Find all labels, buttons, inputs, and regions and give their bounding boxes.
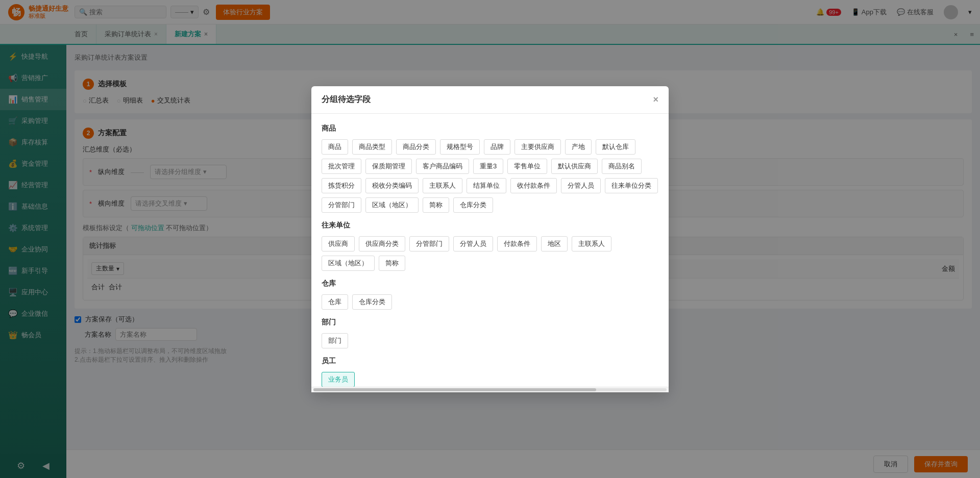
field-tag-0-4[interactable]: 品牌 (484, 139, 510, 155)
field-tag-0-1[interactable]: 商品类型 (352, 139, 392, 155)
field-tag-1-7[interactable]: 区域（地区） (322, 256, 375, 271)
field-tag-1-4[interactable]: 付款条件 (497, 236, 537, 251)
field-tag-0-7[interactable]: 默认仓库 (596, 139, 635, 155)
field-tag-0-20[interactable]: 分管人员 (561, 178, 601, 193)
modal-hscroll[interactable] (311, 387, 669, 392)
field-tag-1-1[interactable]: 供应商分类 (359, 236, 405, 251)
modal-title: 分组待选字段 (322, 94, 371, 105)
field-tag-2-0[interactable]: 仓库 (322, 294, 348, 310)
modal-close-button[interactable]: × (653, 95, 658, 104)
field-tag-0-13[interactable]: 默认供应商 (551, 159, 598, 174)
field-tag-1-6[interactable]: 主联系人 (572, 236, 611, 251)
modal-dialog: 分组待选字段 × 商品 商品商品类型商品分类规格型号品牌主要供应商产地默认仓库批… (311, 86, 669, 392)
field-tag-1-2[interactable]: 分管部门 (409, 236, 449, 251)
modal-body[interactable]: 商品 商品商品类型商品分类规格型号品牌主要供应商产地默认仓库批次管理保质期管理客… (311, 114, 669, 387)
field-tag-0-18[interactable]: 结算单位 (467, 178, 506, 193)
field-tag-0-16[interactable]: 税收分类编码 (365, 178, 419, 193)
field-tag-0-12[interactable]: 零售单位 (507, 159, 547, 174)
field-tags-warehouse: 仓库仓库分类 (322, 294, 658, 310)
field-tag-0-6[interactable]: 产地 (565, 139, 592, 155)
field-tag-1-3[interactable]: 分管人员 (453, 236, 493, 251)
field-tag-0-8[interactable]: 批次管理 (322, 159, 361, 174)
field-tag-0-23[interactable]: 区域（地区） (365, 197, 419, 213)
field-tags-product: 商品商品类型商品分类规格型号品牌主要供应商产地默认仓库批次管理保质期管理客户商品… (322, 139, 658, 213)
field-tag-0-25[interactable]: 仓库分类 (453, 197, 493, 213)
field-tag-0-11[interactable]: 重量3 (473, 159, 503, 174)
field-tag-1-0[interactable]: 供应商 (322, 236, 355, 251)
field-tag-0-14[interactable]: 商品别名 (602, 159, 642, 174)
field-tag-0-2[interactable]: 商品分类 (396, 139, 436, 155)
field-tag-0-24[interactable]: 简称 (423, 197, 449, 213)
field-tag-2-1[interactable]: 仓库分类 (352, 294, 392, 310)
field-tag-0-22[interactable]: 分管部门 (322, 197, 361, 213)
field-tag-4-0[interactable]: 业务员 (322, 372, 355, 387)
field-tags-dept: 部门 (322, 333, 658, 348)
field-tag-0-3[interactable]: 规格型号 (440, 139, 480, 155)
field-tag-3-0[interactable]: 部门 (322, 333, 348, 348)
field-tag-0-17[interactable]: 主联系人 (423, 178, 462, 193)
field-tag-0-21[interactable]: 往来单位分类 (605, 178, 658, 193)
section-title-dept: 部门 (322, 318, 658, 327)
field-tags-employee: 业务员 (322, 372, 658, 387)
section-title-partner: 往来单位 (322, 221, 658, 230)
section-title-warehouse: 仓库 (322, 279, 658, 288)
field-tag-0-0[interactable]: 商品 (322, 139, 348, 155)
field-tag-1-5[interactable]: 地区 (541, 236, 568, 251)
modal-overlay[interactable]: 分组待选字段 × 商品 商品商品类型商品分类规格型号品牌主要供应商产地默认仓库批… (0, 0, 980, 478)
field-tag-1-8[interactable]: 简称 (379, 256, 405, 271)
section-title-product: 商品 (322, 124, 658, 133)
field-tag-0-5[interactable]: 主要供应商 (514, 139, 561, 155)
field-tags-partner: 供应商供应商分类分管部门分管人员付款条件地区主联系人区域（地区）简称 (322, 236, 658, 271)
field-tag-0-10[interactable]: 客户商品编码 (416, 159, 469, 174)
field-tag-0-15[interactable]: 拣货积分 (322, 178, 361, 193)
field-tag-0-19[interactable]: 收付款条件 (510, 178, 557, 193)
modal-header: 分组待选字段 × (311, 86, 669, 114)
section-title-employee: 员工 (322, 357, 658, 366)
field-tag-0-9[interactable]: 保质期管理 (365, 159, 412, 174)
